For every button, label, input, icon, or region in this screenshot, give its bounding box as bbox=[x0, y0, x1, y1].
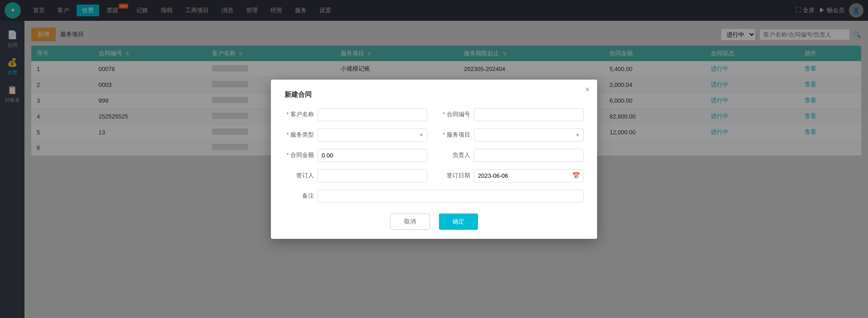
modal-title: 新建合同 bbox=[285, 90, 583, 99]
form-row-service-type: 服务类型 ▼ bbox=[285, 128, 427, 142]
form-row-note: 备注 bbox=[285, 190, 583, 203]
amount-input[interactable] bbox=[318, 149, 427, 162]
service-item-select[interactable] bbox=[474, 128, 583, 142]
sign-date-input[interactable] bbox=[474, 169, 583, 182]
amount-label: 合同金额 bbox=[285, 151, 314, 159]
responsible-input[interactable] bbox=[474, 149, 583, 162]
service-type-select-wrapper: ▼ bbox=[318, 128, 427, 142]
service-type-select[interactable] bbox=[318, 128, 427, 142]
sign-date-label: 签订日期 bbox=[441, 171, 470, 180]
responsible-label: 负责人 bbox=[441, 151, 470, 159]
form-row-client: 客户名称 bbox=[285, 108, 427, 121]
form-row-service-item: 服务项目 ▼ bbox=[441, 128, 583, 142]
form-row-responsible: 负责人 bbox=[441, 149, 583, 162]
client-name-label: 客户名称 bbox=[285, 110, 314, 119]
signer-input[interactable] bbox=[318, 169, 427, 182]
calendar-icon[interactable]: 📅 bbox=[572, 172, 580, 179]
form-row-amount: 合同金额 bbox=[285, 149, 427, 162]
contract-no-label: 合同编号 bbox=[441, 110, 470, 119]
signer-label: 签订人 bbox=[285, 171, 314, 180]
form-row-sign-date: 签订日期 📅 bbox=[441, 169, 583, 182]
modal-form: 客户名称 合同编号 服务类型 ▼ 服务项目 bbox=[285, 108, 583, 203]
client-name-input[interactable] bbox=[318, 108, 427, 121]
form-row-signer: 签订人 bbox=[285, 169, 427, 182]
confirm-button[interactable]: 确定 bbox=[439, 214, 478, 230]
service-type-label: 服务类型 bbox=[285, 131, 314, 139]
form-row-contract-no: 合同编号 bbox=[441, 108, 583, 121]
cancel-button[interactable]: 取消 bbox=[390, 214, 430, 230]
modal-overlay: 新建合同 × 客户名称 合同编号 服务类型 ▼ bbox=[0, 0, 868, 318]
service-item-label: 服务项目 bbox=[441, 131, 470, 139]
create-contract-modal: 新建合同 × 客户名称 合同编号 服务类型 ▼ bbox=[271, 80, 597, 239]
note-input[interactable] bbox=[318, 190, 583, 203]
note-label: 备注 bbox=[285, 192, 314, 200]
modal-close-button[interactable]: × bbox=[585, 85, 590, 95]
contract-no-input[interactable] bbox=[474, 108, 583, 121]
sign-date-wrapper: 📅 bbox=[474, 169, 583, 182]
service-item-select-wrapper: ▼ bbox=[474, 128, 583, 142]
modal-footer: 取消 确定 bbox=[285, 214, 583, 230]
